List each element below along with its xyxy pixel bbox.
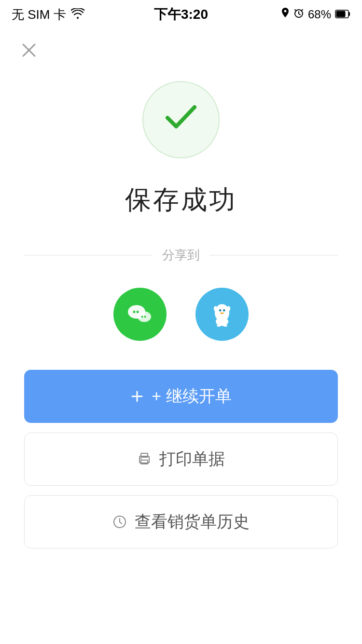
battery-percent: 68%: [308, 8, 331, 21]
history-button[interactable]: 查看销货单历史: [24, 495, 338, 548]
plus-icon: [130, 390, 144, 403]
print-button[interactable]: 打印单据: [24, 433, 338, 486]
battery-icon: [335, 8, 350, 21]
svg-point-8: [137, 311, 139, 313]
share-divider: 分享到: [24, 247, 338, 264]
svg-rect-3: [336, 11, 346, 17]
print-label: 打印单据: [159, 448, 225, 470]
share-label: 分享到: [162, 247, 200, 264]
qq-share-button[interactable]: [195, 288, 249, 341]
wechat-share-button[interactable]: [113, 288, 167, 341]
print-icon: [137, 452, 152, 466]
status-bar: 无 SIM 卡 下午3:20 68%: [0, 0, 362, 29]
continue-button[interactable]: + 继续开单: [24, 370, 338, 423]
history-icon: [112, 515, 127, 529]
svg-point-11: [144, 316, 146, 318]
status-right: 68%: [281, 8, 350, 21]
carrier-label: 无 SIM 卡: [12, 6, 66, 23]
checkmark-icon: [162, 98, 200, 142]
main-content: 保存成功 分享到: [0, 71, 362, 644]
svg-point-17: [223, 309, 224, 310]
svg-point-13: [217, 306, 227, 317]
svg-rect-2: [348, 12, 350, 16]
close-button[interactable]: [17, 39, 41, 62]
close-btn-area: [0, 29, 362, 71]
location-icon: [281, 8, 290, 21]
status-left: 无 SIM 卡: [12, 6, 84, 23]
divider-left: [24, 255, 153, 255]
action-buttons: + 继续开单 打印单据 查看销货单历史: [24, 370, 338, 548]
success-indicator: [142, 81, 220, 158]
history-label: 查看销货单历史: [135, 511, 250, 533]
share-section: 分享到: [24, 247, 338, 341]
divider-right: [209, 255, 338, 255]
alarm-icon: [293, 8, 304, 21]
svg-point-28: [140, 458, 142, 460]
svg-point-16: [220, 309, 221, 310]
share-icons-container: [24, 288, 338, 341]
time-display: 下午3:20: [154, 5, 208, 24]
svg-point-7: [133, 311, 136, 313]
continue-label: + 继续开单: [152, 385, 231, 407]
success-title: 保存成功: [125, 182, 237, 218]
svg-point-20: [216, 317, 228, 326]
svg-point-10: [141, 316, 143, 318]
wifi-icon: [71, 7, 84, 22]
